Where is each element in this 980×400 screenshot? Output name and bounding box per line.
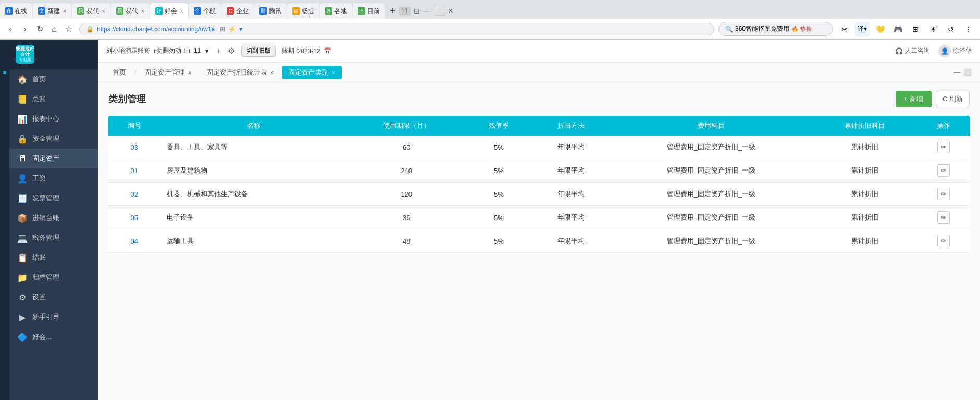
sidebar-item-settings[interactable]: ⚙ 设置 xyxy=(9,287,98,307)
sidebar-item-purchase-sales[interactable]: 📦 进销台账 xyxy=(9,208,98,228)
tab-minimize-icon[interactable]: — xyxy=(953,68,960,76)
tab-asset-category[interactable]: 固定资产类别 × xyxy=(282,66,341,79)
close-window-button[interactable]: × xyxy=(448,6,453,16)
new-tab-button[interactable]: + xyxy=(390,6,395,17)
tab-close-2[interactable]: × xyxy=(63,8,66,14)
sidebar-item-payroll[interactable]: 👤 工资 xyxy=(9,168,98,188)
browser-tab-1[interactable]: 在 在线 xyxy=(0,3,32,19)
tab-label-1: 在线 xyxy=(15,7,27,16)
history-icon[interactable]: ↺ xyxy=(944,22,958,37)
cell-code-2[interactable]: 02 xyxy=(108,183,160,206)
sidebar-item-guide[interactable]: ▶ 新手引导 xyxy=(9,307,98,327)
calendar-icon[interactable]: 📅 xyxy=(324,47,331,55)
sidebar-item-funds[interactable]: 🔒 资金管理 xyxy=(9,129,98,149)
sidebar-item-tax[interactable]: 💻 税务管理 xyxy=(9,228,98,248)
cell-residual-3: 5% xyxy=(466,206,531,229)
sidebar-item-closing[interactable]: 📋 结账 xyxy=(9,248,98,268)
brightness-icon[interactable]: ☀ xyxy=(926,22,940,37)
tab-asset-category-close[interactable]: × xyxy=(332,69,335,76)
browser-tab-11[interactable]: S 目前 xyxy=(353,3,385,19)
sidebar-item-home[interactable]: 🏠 首页 xyxy=(9,69,98,89)
bookmark-button[interactable]: ☆ xyxy=(63,23,75,35)
tab-depreciation-table[interactable]: 固定资产折旧统计表 × xyxy=(200,66,280,79)
add-account-button[interactable]: + xyxy=(216,46,221,56)
edit-button-4[interactable]: ✏ xyxy=(937,235,950,247)
tab-maximize-icon[interactable]: ⬜ xyxy=(963,68,972,76)
consult-button[interactable]: 🎧 人工咨询 xyxy=(895,46,930,55)
account-settings-button[interactable]: ⚙ xyxy=(228,46,235,56)
game-icon[interactable]: 🎮 xyxy=(890,22,905,37)
browser-tab-8[interactable]: 腾 腾讯 xyxy=(254,3,287,19)
hot-search-badge: 🔥 热搜 xyxy=(791,25,812,33)
search-bar[interactable]: 🔍 360智能抠图免费用 🔥 热搜 xyxy=(718,22,833,36)
maximize-button[interactable]: ⬜ xyxy=(435,6,445,16)
sidebar-label-archive: 归档管理 xyxy=(32,273,59,282)
browser-tab-5[interactable]: 好 好会 × xyxy=(150,3,189,19)
cell-name-4: 运输工具 xyxy=(160,229,347,253)
sidebar-item-invoice[interactable]: 🧾 发票管理 xyxy=(9,188,98,208)
browser-tab-10[interactable]: 各 各地 xyxy=(320,3,352,19)
app-logo: 畅捷通好会计 专业版 xyxy=(16,45,34,64)
sidebar-item-ledger[interactable]: 📒 总账 xyxy=(9,89,98,109)
switch-version-button[interactable]: 切到旧版 xyxy=(241,45,276,57)
tab-menu-button[interactable]: ⊟ xyxy=(414,7,420,15)
home-icon: 🏠 xyxy=(18,75,27,84)
app-container: 畅捷通好会计 专业版 🏠 首页 📒 总账 📊 报表中心 🔒 资金管理 🖥 固定资… xyxy=(0,40,980,400)
url-bar[interactable]: 🔒 https://cloud.chanjet.com/accounting/u… xyxy=(79,23,714,35)
sidebar-item-more[interactable]: 🔷 好会... xyxy=(9,327,98,347)
wallet-icon[interactable]: 💛 xyxy=(873,22,887,37)
closing-icon: 📋 xyxy=(18,253,27,262)
cut-icon[interactable]: ✂ xyxy=(837,22,852,37)
url-dropdown-icon[interactable]: ▾ xyxy=(239,26,242,33)
edit-button-1[interactable]: ✏ xyxy=(937,164,950,177)
cell-op-3: ✏ xyxy=(917,206,970,229)
tab-depreciation-close[interactable]: × xyxy=(270,69,274,76)
forward-button[interactable]: › xyxy=(19,23,31,35)
cell-code-1[interactable]: 01 xyxy=(108,159,160,183)
tab-home[interactable]: 首页 xyxy=(106,66,132,79)
tab-close-4[interactable]: × xyxy=(141,8,144,14)
more-menu-icon[interactable]: ⋮ xyxy=(961,22,976,37)
sidebar-label-funds: 资金管理 xyxy=(32,134,59,143)
cell-code-4[interactable]: 04 xyxy=(108,229,160,253)
tab-fixed-assets-mgmt-close[interactable]: × xyxy=(188,69,191,76)
col-expense: 费用科目 xyxy=(610,116,812,136)
browser-tab-2[interactable]: 文 新建 × xyxy=(33,3,71,19)
col-period: 使用期限（月） xyxy=(347,116,466,136)
browser-tab-9[interactable]: M 畅提 xyxy=(287,3,319,19)
cell-expense-2: 管理费用_固定资产折旧_一级 xyxy=(610,183,812,206)
back-button[interactable]: ‹ xyxy=(4,23,17,35)
user-account-label: 刘小艳演示账套（勿删勿动！）11 xyxy=(106,46,201,55)
tab-icon-11: S xyxy=(358,7,365,15)
edit-button-2[interactable]: ✏ xyxy=(937,188,950,200)
edit-button-3[interactable]: ✏ xyxy=(937,211,950,224)
ssl-lock-icon: 🔒 xyxy=(86,26,94,33)
refresh-button[interactable]: ↻ xyxy=(33,23,46,35)
sidebar-label-settings: 设置 xyxy=(32,293,46,302)
grid-icon[interactable]: ⊞ xyxy=(908,22,923,37)
tab-close-3[interactable]: × xyxy=(102,8,105,14)
user-profile[interactable]: 👤 徐泽华 xyxy=(938,45,972,57)
tab-close-5[interactable]: × xyxy=(180,8,183,14)
cell-code-0[interactable]: 03 xyxy=(108,136,160,159)
sidebar-item-fixed-assets[interactable]: 🖥 固定资产 xyxy=(9,149,98,168)
tab-label-3: 易代 xyxy=(86,7,99,16)
cell-code-3[interactable]: 05 xyxy=(108,206,160,229)
sidebar-item-archive[interactable]: 📁 归档管理 xyxy=(9,268,98,287)
refresh-button[interactable]: C 刷新 xyxy=(936,91,970,107)
tab-label-8: 腾讯 xyxy=(269,7,281,16)
minimize-button[interactable]: — xyxy=(423,6,431,16)
home-button[interactable]: ⌂ xyxy=(48,23,60,35)
browser-tab-4[interactable]: 易 易代 × xyxy=(111,3,150,19)
new-category-button[interactable]: + 新增 xyxy=(896,91,932,107)
browser-tab-3[interactable]: 易 易代 × xyxy=(72,3,110,19)
user-dropdown-icon[interactable]: ▼ xyxy=(204,47,210,55)
sidebar-item-reports[interactable]: 📊 报表中心 xyxy=(9,109,98,129)
edit-button-0[interactable]: ✏ xyxy=(937,141,950,153)
tab-fixed-assets-mgmt[interactable]: 固定资产管理 × xyxy=(138,66,197,79)
browser-tab-7[interactable]: C 企业 xyxy=(221,3,254,19)
browser-tab-6[interactable]: 个 个税 xyxy=(189,3,221,19)
translate-icon[interactable]: 译▾ xyxy=(855,22,870,37)
tab-window-controls: — ⬜ xyxy=(953,68,972,76)
col-code: 编号 xyxy=(108,116,160,136)
